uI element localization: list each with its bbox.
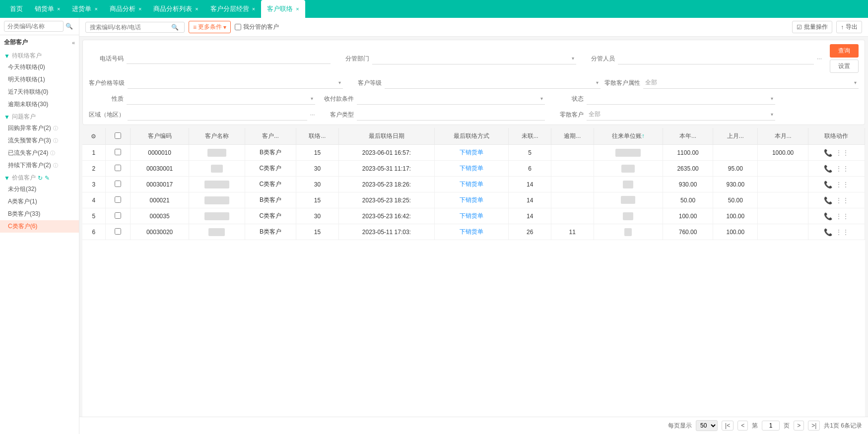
row-checkbox[interactable]: [105, 192, 130, 208]
more-filter-button[interactable]: ≡ 更多条件 ▾: [189, 21, 231, 33]
row-last-method[interactable]: 下销货单: [434, 208, 508, 224]
price-select[interactable]: ▾: [128, 77, 343, 89]
row-checkbox[interactable]: [105, 161, 130, 177]
sidebar-search-icon[interactable]: 🔍: [66, 23, 73, 30]
sidebar-item-churned[interactable]: 已流失客户(24) ⓘ: [0, 147, 79, 159]
row-last-method[interactable]: 下销货单: [434, 177, 508, 192]
last-method-link[interactable]: 下销货单: [460, 228, 483, 235]
search-button-icon[interactable]: 🔍: [171, 24, 179, 31]
person-select[interactable]: [618, 53, 814, 64]
region-select[interactable]: [128, 109, 307, 121]
last-method-link[interactable]: 下销货单: [460, 149, 483, 156]
person-dots[interactable]: ···: [817, 55, 822, 62]
phone-action-icon[interactable]: 📞: [824, 181, 832, 188]
nature-select[interactable]: ▾: [127, 93, 315, 105]
row-account: █████: [594, 145, 663, 161]
setting-button[interactable]: 设置: [830, 60, 859, 73]
phone-input[interactable]: [127, 54, 331, 64]
query-button[interactable]: 查询: [830, 44, 859, 58]
more-action-icon[interactable]: ⋮⋮: [835, 212, 849, 220]
my-customers-checkbox-label[interactable]: 我分管的客户: [235, 23, 279, 31]
region-dots[interactable]: ···: [310, 111, 315, 118]
retail-select[interactable]: 全部 ▾: [643, 77, 859, 89]
row-checkbox[interactable]: [105, 177, 130, 192]
sidebar-search-input[interactable]: [4, 21, 64, 32]
type-select[interactable]: [357, 109, 545, 121]
nav-product-list[interactable]: 商品分析列表 ×: [147, 0, 204, 18]
more-action-icon[interactable]: ⋮⋮: [835, 149, 849, 157]
sidebar-item-7days[interactable]: 近7天待联络(0): [0, 86, 79, 98]
nav-purchase[interactable]: 进货单 ×: [66, 0, 103, 18]
nav-customer-contact[interactable]: 客户联络 ×: [261, 0, 305, 18]
phone-action-icon[interactable]: 📞: [824, 165, 832, 173]
sidebar-all-customers[interactable]: 全部客户 «: [0, 35, 79, 50]
phone-action-icon[interactable]: 📞: [824, 196, 832, 204]
sidebar-item-declining[interactable]: 持续下滑客户(2) ⓘ: [0, 159, 79, 172]
row-last-date: 2023-05-23 16:42:: [338, 208, 434, 224]
close-icon[interactable]: ×: [94, 6, 97, 12]
sidebar-item-today[interactable]: 今天待联络(0): [0, 61, 79, 73]
payment-select[interactable]: ▾: [357, 93, 545, 105]
my-customers-checkbox[interactable]: [235, 24, 241, 30]
close-icon[interactable]: ×: [195, 6, 198, 12]
last-method-link[interactable]: 下销货单: [460, 212, 483, 219]
nav-customer-segment[interactable]: 客户分层经营 ×: [204, 0, 261, 18]
row-checkbox[interactable]: [105, 208, 130, 224]
row-checkbox[interactable]: [105, 224, 130, 240]
phone-action-icon[interactable]: 📞: [824, 228, 832, 236]
more-action-icon[interactable]: ⋮⋮: [835, 165, 849, 173]
edit-icon[interactable]: ✎: [45, 175, 50, 182]
dept-select[interactable]: ▾: [372, 53, 576, 64]
batch-button[interactable]: ☑ 批量操作: [792, 21, 832, 33]
last-method-link[interactable]: 下销货单: [460, 196, 483, 203]
select-all-checkbox[interactable]: [115, 132, 121, 139]
more-action-icon[interactable]: ⋮⋮: [835, 228, 849, 236]
page-input[interactable]: [762, 421, 780, 431]
sidebar-item-ungrouped[interactable]: 未分组(32): [0, 183, 79, 195]
close-icon[interactable]: ×: [138, 6, 141, 12]
last-method-link[interactable]: 下销货单: [460, 165, 483, 172]
sidebar-item-churn-warning[interactable]: 流失预警客户(3) ⓘ: [0, 134, 79, 147]
export-button[interactable]: ↑ 导出: [836, 21, 862, 33]
nav-product-analysis[interactable]: 商品分析 ×: [104, 0, 147, 18]
row-not-contacted: 26: [509, 224, 551, 240]
sidebar-item-tomorrow[interactable]: 明天待联络(1): [0, 73, 79, 86]
status-select[interactable]: ▾: [587, 93, 775, 105]
row-last-method[interactable]: 下销货单: [434, 161, 508, 177]
row-checkbox[interactable]: [105, 145, 130, 161]
refresh-icon[interactable]: ↻: [38, 175, 43, 182]
sidebar-item-repurchase-abnormal[interactable]: 回购异常客户(2) ⓘ: [0, 122, 79, 134]
last-method-link[interactable]: 下销货单: [460, 181, 483, 187]
level-select[interactable]: ▾: [385, 77, 601, 89]
search-input[interactable]: [90, 24, 169, 31]
row-contact: 15: [296, 145, 339, 161]
th-settings[interactable]: ⚙: [82, 128, 105, 145]
th-checkbox[interactable]: [105, 128, 130, 145]
phone-action-icon[interactable]: 📞: [824, 149, 832, 157]
per-page-label: 每页显示: [668, 422, 692, 430]
row-this-month: [758, 161, 808, 177]
page-size-select[interactable]: 50: [696, 420, 718, 431]
more-action-icon[interactable]: ⋮⋮: [835, 181, 849, 188]
first-page-button[interactable]: |<: [722, 421, 734, 431]
close-icon-active[interactable]: ×: [296, 6, 299, 12]
row-last-method[interactable]: 下销货单: [434, 145, 508, 161]
close-icon[interactable]: ×: [57, 6, 60, 12]
last-page-button[interactable]: >|: [808, 421, 820, 431]
th-not-contacted: 未联...: [509, 128, 551, 145]
phone-action-icon[interactable]: 📞: [824, 212, 832, 220]
retail2-select[interactable]: 全部 ▾: [587, 109, 775, 121]
prev-page-button[interactable]: <: [737, 421, 748, 431]
more-action-icon[interactable]: ⋮⋮: [835, 196, 849, 204]
sidebar-item-overdue[interactable]: 逾期未联络(30): [0, 98, 79, 111]
sidebar-item-class-a[interactable]: A类客户(1): [0, 195, 79, 208]
row-last-method[interactable]: 下销货单: [434, 224, 508, 240]
next-page-button[interactable]: >: [794, 421, 804, 431]
close-icon[interactable]: ×: [252, 6, 255, 12]
row-last-method[interactable]: 下销货单: [434, 192, 508, 208]
th-last-method: 最后联络方式: [434, 128, 508, 145]
sidebar-item-class-c[interactable]: C类客户(6): [0, 220, 79, 233]
nav-sales[interactable]: 销货单 ×: [29, 0, 66, 18]
nav-home[interactable]: 首页: [4, 0, 29, 18]
sidebar-item-class-b[interactable]: B类客户(33): [0, 208, 79, 220]
